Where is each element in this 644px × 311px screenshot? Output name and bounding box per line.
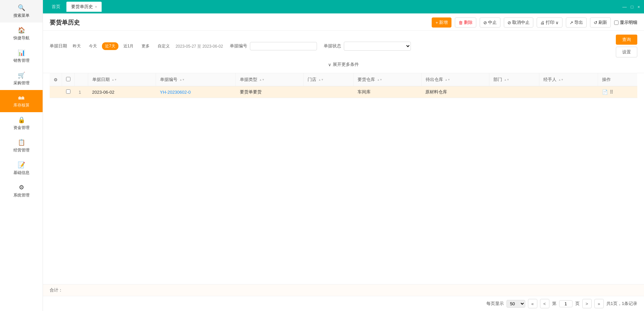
col-bill-no[interactable]: 单据编号 ▲▼	[156, 73, 236, 86]
operations-icon: 📋	[18, 139, 25, 146]
cancel-stop-button[interactable]: ⊘ 取消中止	[504, 17, 533, 28]
sort-req-wh-icon: ▲▼	[377, 78, 382, 81]
refresh-button[interactable]: ↺ 刷新	[590, 17, 611, 28]
sidebar-item-basic-info[interactable]: 📝 基础信息	[0, 157, 43, 180]
date-filter-group: 单据日期 昨天 今天 近7天 近1月 更多 自定义 2023-05-27 至 2…	[50, 42, 223, 50]
filter-actions: 查询 设置	[616, 35, 637, 57]
query-button[interactable]: 查询	[616, 35, 637, 45]
row-handler-cell	[539, 86, 598, 98]
sidebar-item-operations[interactable]: 📋 经营管理	[0, 135, 43, 157]
delete-button[interactable]: 🗑 删除	[455, 17, 476, 28]
tab-home[interactable]: 首页	[47, 2, 65, 12]
per-page-select[interactable]: 50 100 200	[506, 300, 525, 308]
yesterday-btn[interactable]: 昨天	[70, 42, 84, 50]
col-settings[interactable]: ⚙	[50, 73, 62, 86]
date-filter-buttons: 昨天 今天 近7天 近1月 更多 自定义	[70, 42, 173, 50]
edit-icon[interactable]: 📄	[602, 89, 608, 95]
col-num	[75, 73, 88, 86]
print-button[interactable]: 🖨 打印 ∨	[537, 17, 562, 28]
row-req-warehouse-cell: 车间库	[354, 86, 421, 98]
col-pending-warehouse[interactable]: 待出仓库 ▲▼	[421, 73, 489, 86]
page-input[interactable]	[559, 300, 573, 307]
bill-no-link[interactable]: YH-20230602-0	[160, 90, 191, 95]
content-area: 要货单历史 + 新增 🗑 删除 ⊘ 中止 ⊘ 取消中止	[43, 13, 644, 311]
sidebar-item-inventory[interactable]: 🏘 库存核算	[0, 90, 43, 112]
data-table: ⚙ 单据日期 ▲▼ 单据编号 ▲▼	[50, 73, 637, 98]
home-icon: 🏠	[18, 27, 25, 34]
today-btn[interactable]: 今天	[86, 42, 100, 50]
maximize-btn[interactable]: □	[631, 4, 634, 9]
row-dept-cell	[489, 86, 539, 98]
page-title: 要货单历史	[50, 18, 80, 27]
tab-close-icon[interactable]: ×	[95, 5, 97, 9]
sidebar-item-sales[interactable]: 📊 销售管理	[0, 45, 43, 68]
sort-type-icon: ▲▼	[259, 78, 265, 81]
custom-date-btn[interactable]: 自定义	[155, 42, 173, 50]
sort-pending-wh-icon: ▲▼	[445, 78, 450, 81]
col-store[interactable]: 门店 ▲▼	[304, 73, 354, 86]
last1month-btn[interactable]: 近1月	[120, 42, 137, 50]
tab-purchase-history[interactable]: 要货单历史 ×	[66, 2, 102, 12]
show-detail-checkbox[interactable]	[614, 20, 619, 25]
row-store-cell	[304, 86, 354, 98]
new-icon: +	[435, 20, 438, 25]
main-area: 首页 要货单历史 × — □ × 要货单历史 + 新增 🗑 删除	[43, 0, 644, 311]
col-handler[interactable]: 经手人 ▲▼	[539, 73, 598, 86]
settings-button[interactable]: 设置	[616, 47, 637, 57]
sidebar-item-quick-nav[interactable]: 🏠 快捷导航	[0, 23, 43, 45]
expand-more-btn[interactable]: ∨ 展开更多条件	[50, 60, 637, 69]
more-actions-icon[interactable]: ⠿	[610, 89, 613, 95]
action-icons: 📄 ⠿	[602, 89, 633, 95]
toolbar: + 新增 🗑 删除 ⊘ 中止 ⊘ 取消中止 🖨 打印	[432, 17, 637, 28]
system-icon: ⚙	[19, 184, 24, 191]
sort-billno-icon: ▲▼	[179, 78, 185, 81]
row-checkbox[interactable]	[66, 89, 70, 94]
print-icon: 🖨	[540, 20, 545, 25]
inventory-icon: 🏘	[18, 94, 24, 101]
col-req-warehouse[interactable]: 要货仓库 ▲▼	[354, 73, 421, 86]
row-date-cell: 2023-06-02	[88, 86, 156, 98]
page-label-prefix: 第	[552, 301, 556, 307]
next-page-btn[interactable]: >	[582, 299, 592, 308]
col-date[interactable]: 单据日期 ▲▼	[88, 73, 156, 86]
sort-date-icon: ▲▼	[112, 78, 117, 81]
filter-area: 单据日期 昨天 今天 近7天 近1月 更多 自定义 2023-05-27 至 2…	[43, 31, 644, 73]
row-checkbox-cell[interactable]	[62, 86, 75, 98]
sidebar-item-search[interactable]: 🔍 搜索菜单	[0, 0, 43, 23]
row-settings-cell	[50, 86, 62, 98]
col-dept[interactable]: 部门 ▲▼	[489, 73, 539, 86]
row-bill-no-cell[interactable]: YH-20230602-0	[156, 86, 236, 98]
bill-no-filter-group: 单据编号	[230, 42, 317, 50]
chevron-down-icon: ∨	[328, 62, 331, 67]
page-label-suffix: 页	[575, 301, 580, 307]
new-button[interactable]: + 新增	[432, 17, 451, 28]
export-button[interactable]: ↗ 导出	[566, 17, 587, 28]
minimize-btn[interactable]: —	[623, 4, 627, 9]
cancel-stop-icon: ⊘	[507, 20, 511, 25]
table-row[interactable]: 1 2023-06-02 YH-20230602-0 要货单要货 车间库 原材料…	[50, 86, 637, 98]
window-close-btn[interactable]: ×	[637, 4, 640, 9]
pagination-bar: 每页显示 50 100 200 « < 第 页 > » 共1页，1条记录	[43, 296, 644, 311]
filter-row-1: 单据日期 昨天 今天 近7天 近1月 更多 自定义 2023-05-27 至 2…	[50, 35, 637, 57]
stop-button[interactable]: ⊘ 中止	[480, 17, 500, 28]
col-checkbox[interactable]	[62, 73, 75, 86]
delete-icon: 🗑	[459, 20, 463, 25]
show-detail-toggle[interactable]: 显示明细	[614, 19, 637, 26]
table-header-row: ⚙ 单据日期 ▲▼ 单据编号 ▲▼	[50, 73, 637, 86]
last7days-btn[interactable]: 近7天	[102, 42, 118, 50]
more-date-btn[interactable]: 更多	[139, 42, 153, 50]
status-filter-group: 单据状态	[324, 42, 411, 51]
prev-page-btn[interactable]: <	[540, 299, 549, 308]
page-header: 要货单历史 + 新增 🗑 删除 ⊘ 中止 ⊘ 取消中止	[43, 13, 644, 31]
bill-no-input[interactable]	[250, 42, 317, 50]
sidebar-item-purchase[interactable]: 🛒 采购管理	[0, 68, 43, 90]
status-select[interactable]	[344, 42, 411, 51]
col-bill-type[interactable]: 单据类型 ▲▼	[236, 73, 304, 86]
col-action: 操作	[598, 73, 637, 86]
last-page-btn[interactable]: »	[594, 299, 604, 308]
sidebar-item-system[interactable]: ⚙ 系统管理	[0, 180, 43, 202]
row-num-cell: 1	[75, 86, 88, 98]
first-page-btn[interactable]: «	[528, 299, 537, 308]
sidebar-item-finance[interactable]: 🔒 资金管理	[0, 112, 43, 135]
select-all-checkbox[interactable]	[66, 77, 70, 81]
